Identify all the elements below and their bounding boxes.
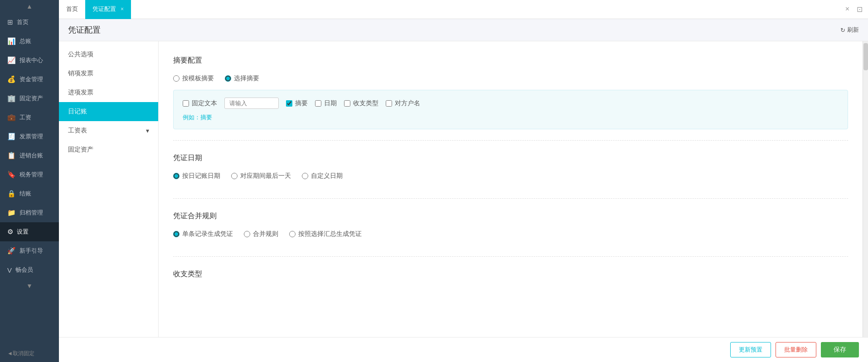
payroll-arrow-icon: ▾ — [146, 127, 149, 134]
bottom-bar: 更新预置 批量删除 保存 — [59, 337, 868, 362]
settings-icon: ⚙ — [7, 228, 13, 236]
left-nav-journal[interactable]: 日记账 — [59, 102, 158, 121]
summary-radio-template[interactable]: 按模板摘要 — [173, 74, 214, 83]
ledger-icon: 📊 — [7, 37, 16, 45]
summary-section-title: 摘要配置 — [173, 56, 848, 65]
merge-radio-select-input[interactable] — [289, 231, 296, 237]
sidebar: ▲ ⊞ 首页 📊 总账 📈 报表中心 💰 资金管理 🏢 固定资产 💼 工资 🧾 … — [0, 0, 59, 362]
income-type-section: 收支类型 — [173, 266, 848, 299]
invoice-icon: 🧾 — [7, 132, 16, 141]
merge-section: 凭证合并规则 单条记录生成凭证 合并规则 按照选择汇总生成凭证 — [173, 208, 848, 257]
closing-icon: 🔒 — [7, 190, 16, 198]
left-nav-fixed-assets[interactable]: 固定资产 — [59, 140, 158, 159]
date-section-title: 凭证日期 — [173, 153, 848, 163]
tab-home[interactable]: 首页 — [59, 0, 85, 19]
merge-radio-single-input[interactable] — [173, 231, 179, 237]
salary-icon: 💼 — [7, 113, 16, 122]
sidebar-item-assets[interactable]: 🏢 固定资产 — [0, 89, 59, 108]
date-radio-custom-input[interactable] — [302, 173, 308, 179]
summary-radio-select-input[interactable] — [225, 75, 231, 82]
summary-radio-template-input[interactable] — [173, 75, 179, 82]
sidebar-item-purchase-sales[interactable]: 📋 进销台账 — [0, 146, 59, 165]
sidebar-item-home[interactable]: ⊞ 首页 — [0, 13, 59, 32]
page-header: 凭证配置 ↻ 刷新 — [59, 19, 868, 41]
tab-close-icon[interactable]: × — [121, 6, 124, 12]
sidebar-item-guide[interactable]: 🚀 新手引导 — [0, 241, 59, 260]
left-nav-purchase-invoice[interactable]: 进项发票 — [59, 83, 158, 102]
update-preview-button[interactable]: 更新预置 — [730, 342, 771, 357]
sidebar-item-funds[interactable]: 💰 资金管理 — [0, 70, 59, 89]
sidebar-item-reports[interactable]: 📈 报表中心 — [0, 51, 59, 70]
date-radio-journal-input[interactable] — [173, 173, 179, 179]
sidebar-item-invoice[interactable]: 🧾 发票管理 — [0, 127, 59, 146]
assets-icon: 🏢 — [7, 94, 16, 103]
sidebar-scroll-down[interactable]: ▼ — [0, 279, 59, 292]
tab-restore-icon[interactable]: ⊡ — [855, 3, 864, 15]
tab-close-window-icon[interactable]: × — [844, 3, 851, 15]
member-icon: V — [7, 266, 12, 274]
merge-radio-rule-input[interactable] — [244, 231, 250, 237]
checkbox-summary[interactable]: 摘要 — [286, 99, 308, 108]
checkbox-fixed-text-input[interactable] — [183, 100, 189, 107]
date-radio-last-day[interactable]: 对应期间最后一天 — [231, 172, 291, 180]
purchase-sales-icon: 📋 — [7, 152, 16, 160]
date-section: 凭证日期 按日记账日期 对应期间最后一天 自定义日期 — [173, 150, 848, 199]
date-radio-custom[interactable]: 自定义日期 — [302, 172, 343, 180]
funds-icon: 💰 — [7, 75, 16, 83]
right-content: 摘要配置 按模板摘要 选择摘要 — [159, 41, 863, 337]
refresh-button[interactable]: ↻ 刷新 — [840, 26, 859, 34]
left-nav-public[interactable]: 公共选项 — [59, 45, 158, 64]
checkbox-income-type[interactable]: 收支类型 — [344, 99, 378, 108]
date-radio-journal[interactable]: 按日记账日期 — [173, 172, 220, 180]
checkbox-fixed-text[interactable]: 固定文本 — [183, 99, 217, 108]
summary-config-box: 固定文本 摘要 日期 — [173, 90, 848, 129]
page-body: 公共选项 销项发票 进项发票 日记账 工资表 ▾ 固定资产 — [59, 41, 868, 337]
date-radio-last-day-input[interactable] — [231, 173, 238, 179]
sidebar-item-closing[interactable]: 🔒 结账 — [0, 184, 59, 203]
fixed-text-input[interactable] — [224, 98, 279, 109]
summary-example-text: 例如：摘要 — [183, 113, 839, 122]
sidebar-item-member[interactable]: V 畅会员 — [0, 260, 59, 279]
checkbox-counterpart-input[interactable] — [386, 100, 392, 107]
page-wrapper: 凭证配置 ↻ 刷新 公共选项 销项发票 进项发票 日记账 — [59, 19, 868, 362]
reports-icon: 📈 — [7, 56, 16, 64]
left-nav-sales-invoice[interactable]: 销项发票 — [59, 64, 158, 83]
scrollbar-thumb — [863, 43, 868, 70]
page-title: 凭证配置 — [68, 24, 101, 35]
sidebar-item-salary[interactable]: 💼 工资 — [0, 108, 59, 127]
left-nav: 公共选项 销项发票 进项发票 日记账 工资表 ▾ 固定资产 — [59, 41, 159, 337]
merge-radio-group: 单条记录生成凭证 合并规则 按照选择汇总生成凭证 — [173, 230, 848, 238]
sidebar-item-settings[interactable]: ⚙ 设置 — [0, 222, 59, 241]
summary-section: 摘要配置 按模板摘要 选择摘要 — [173, 56, 848, 141]
checkbox-summary-input[interactable] — [286, 100, 292, 107]
checkbox-date-input[interactable] — [315, 100, 321, 107]
income-type-section-title: 收支类型 — [173, 269, 848, 279]
sidebar-item-ledger[interactable]: 📊 总账 — [0, 32, 59, 51]
checkbox-date[interactable]: 日期 — [315, 99, 337, 108]
tax-icon: 🔖 — [7, 171, 16, 179]
sidebar-unpin-button[interactable]: ◄取消固定 — [0, 345, 59, 362]
checkbox-income-type-input[interactable] — [344, 100, 350, 107]
sidebar-scroll-up[interactable]: ▲ — [0, 0, 59, 13]
archive-icon: 📁 — [7, 209, 16, 217]
merge-section-title: 凭证合并规则 — [173, 211, 848, 221]
outer-scrollbar[interactable] — [863, 41, 868, 337]
tab-voucher-config[interactable]: 凭证配置 × — [85, 0, 131, 19]
home-icon: ⊞ — [7, 18, 13, 26]
merge-radio-select[interactable]: 按照选择汇总生成凭证 — [289, 230, 362, 238]
main-area: 首页 凭证配置 × × ⊡ 凭证配置 ↻ 刷新 公共选项 — [59, 0, 868, 362]
merge-radio-single[interactable]: 单条记录生成凭证 — [173, 230, 233, 238]
save-button[interactable]: 保存 — [821, 342, 859, 357]
tab-controls: × ⊡ — [844, 3, 868, 15]
checkbox-counterpart[interactable]: 对方户名 — [386, 99, 420, 108]
summary-radio-select[interactable]: 选择摘要 — [225, 74, 259, 83]
left-nav-payroll[interactable]: 工资表 ▾ — [59, 121, 158, 140]
guide-icon: 🚀 — [7, 247, 16, 255]
summary-checkbox-group: 固定文本 摘要 日期 — [183, 98, 839, 109]
date-radio-group: 按日记账日期 对应期间最后一天 自定义日期 — [173, 172, 848, 180]
sidebar-item-archive[interactable]: 📁 归档管理 — [0, 203, 59, 222]
batch-delete-button[interactable]: 批量删除 — [776, 342, 816, 357]
merge-radio-rule[interactable]: 合并规则 — [244, 230, 278, 238]
refresh-icon: ↻ — [840, 27, 845, 34]
sidebar-item-tax[interactable]: 🔖 税务管理 — [0, 165, 59, 184]
